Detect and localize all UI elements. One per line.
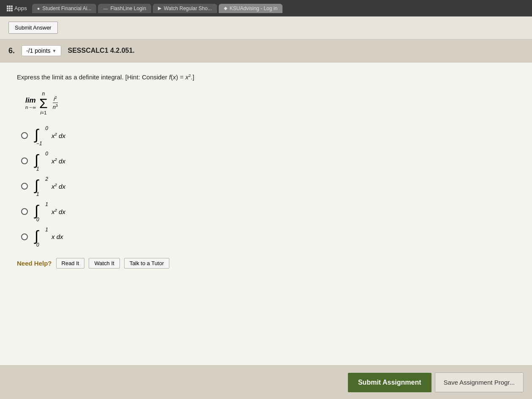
radio-e[interactable] (21, 233, 28, 240)
answer-choices: 0 ∫ −1 x2 dx 0 ∫ 1 (21, 127, 515, 245)
talk-to-tutor-button[interactable]: Talk to a Tutor (124, 258, 170, 269)
radio-a[interactable] (21, 132, 28, 139)
tab-watch[interactable]: ▶ Watch Regular Sho... (153, 4, 217, 13)
limit-expression: lim n→∞ n Σ i=1 i2 n3 (25, 91, 515, 115)
need-help-section: Need Help? Read It Watch It Talk to a Tu… (17, 258, 515, 269)
tab3-favicon: ▶ (158, 5, 161, 11)
apps-tab[interactable]: Apps (3, 5, 30, 11)
radio-c[interactable] (21, 183, 28, 190)
tab-student-financial[interactable]: ● Student Financial Ai... (32, 4, 97, 13)
apps-label: Apps (14, 5, 27, 11)
chevron-down-icon: ▼ (52, 49, 57, 53)
integral-b: 0 ∫ 1 x2 dx (35, 152, 94, 169)
watch-it-button[interactable]: Watch It (89, 258, 119, 269)
radio-b[interactable] (21, 157, 28, 164)
question-text: Express the limit as a definite integral… (17, 73, 515, 82)
tab4-label: KSUAdvising - Log in (230, 5, 277, 11)
submit-answer-bar: Submit Answer (0, 16, 532, 39)
sigma-part: n Σ i=1 (39, 91, 48, 115)
main-content: Submit Answer 6. -/1 points ▼ SESSCALC1 … (0, 16, 532, 399)
question-number: 6. (8, 46, 15, 55)
question-header: 6. -/1 points ▼ SESSCALC1 4.2.051. (0, 39, 532, 62)
radio-d[interactable] (21, 208, 28, 215)
points-value: -/1 points (26, 47, 51, 54)
integral-d: 1 ∫ 0 x2 dx (35, 203, 94, 220)
choice-row-b: 0 ∫ 1 x2 dx (21, 152, 515, 169)
fraction: i2 n3 (53, 95, 58, 111)
tab2-label: FlashLine Login (110, 5, 146, 11)
question-id: SESSCALC1 4.2.051. (68, 47, 135, 54)
integral-a: 0 ∫ −1 x2 dx (35, 127, 94, 144)
choice-row-d: 1 ∫ 0 x2 dx (21, 203, 515, 220)
choice-row-a: 0 ∫ −1 x2 dx (21, 127, 515, 144)
tab3-label: Watch Regular Sho... (164, 5, 212, 11)
tab-ksu[interactable]: ◆ KSUAdvising - Log in (219, 4, 282, 13)
tab2-favicon: — (103, 6, 108, 11)
grid-icon (7, 5, 13, 11)
tab-bar: Apps ● Student Financial Ai... — FlashLi… (0, 0, 532, 16)
integral-e: 1 ∫ 0 x dx (35, 228, 94, 245)
tab1-favicon: ● (37, 6, 40, 11)
lim-part: lim n→∞ (25, 96, 36, 110)
bottom-bar: Submit Assignment Save Assignment Progr.… (0, 365, 532, 399)
integral-c: 2 ∫ 1 x2 dx (35, 178, 94, 195)
tab4-favicon: ◆ (224, 5, 227, 11)
submit-answer-button[interactable]: Submit Answer (8, 22, 58, 34)
choice-row-c: 2 ∫ 1 x2 dx (21, 178, 515, 195)
read-it-button[interactable]: Read It (56, 258, 85, 269)
submit-assignment-button[interactable]: Submit Assignment (348, 373, 432, 392)
tab1-label: Student Financial Ai... (42, 5, 91, 11)
tab-flashline[interactable]: — FlashLine Login (98, 4, 151, 13)
save-progress-button[interactable]: Save Assignment Progr... (435, 372, 524, 392)
points-badge[interactable]: -/1 points ▼ (22, 45, 61, 56)
need-help-label: Need Help? (17, 260, 52, 267)
question-body: Express the limit as a definite integral… (0, 62, 532, 399)
choice-row-e: 1 ∫ 0 x dx (21, 228, 515, 245)
